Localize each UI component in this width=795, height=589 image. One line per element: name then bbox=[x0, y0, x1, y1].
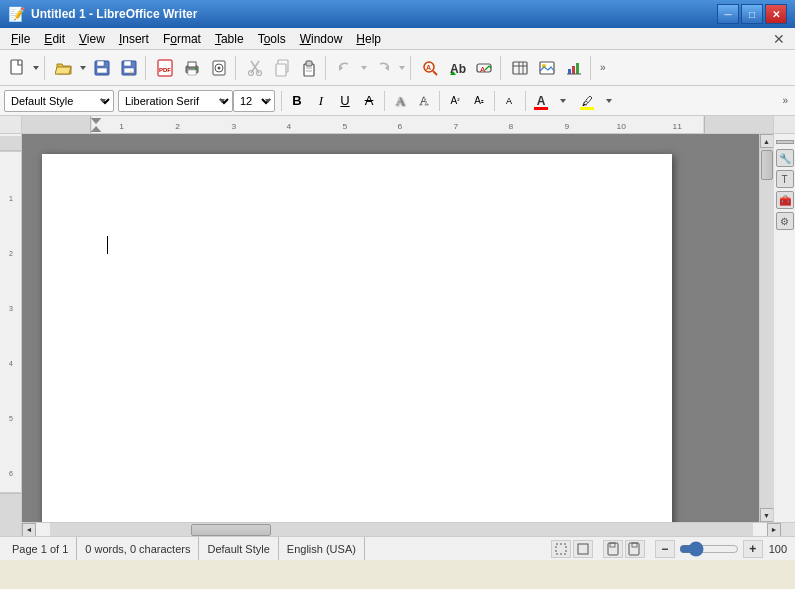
copy-button[interactable] bbox=[269, 55, 295, 81]
maximize-button[interactable]: □ bbox=[741, 4, 763, 24]
scroll-right-button[interactable]: ► bbox=[767, 523, 781, 537]
strikethrough-button[interactable]: A bbox=[358, 90, 380, 112]
split-handle[interactable] bbox=[776, 140, 794, 144]
sidebar-tools-button[interactable]: 🧰 bbox=[776, 191, 794, 209]
zoom-in-button[interactable]: + bbox=[743, 540, 763, 558]
scroll-down-button[interactable]: ▼ bbox=[760, 508, 774, 522]
svg-rect-4 bbox=[97, 61, 104, 66]
selection-mode-button[interactable] bbox=[551, 540, 571, 558]
svg-rect-84 bbox=[578, 544, 588, 554]
svg-rect-39 bbox=[513, 62, 527, 74]
bold-button[interactable]: B bbox=[286, 90, 308, 112]
save-status-button[interactable] bbox=[603, 540, 623, 558]
redo-dropdown[interactable] bbox=[397, 55, 407, 81]
document-page[interactable] bbox=[42, 154, 672, 522]
font-selector[interactable]: Liberation Serif bbox=[118, 90, 233, 112]
scroll-track-v[interactable] bbox=[760, 148, 774, 508]
menu-tools[interactable]: Tools bbox=[251, 30, 293, 48]
scroll-thumb-v[interactable] bbox=[761, 150, 773, 180]
save-button[interactable] bbox=[89, 55, 115, 81]
fmt-more[interactable]: » bbox=[779, 93, 791, 108]
print-preview-button[interactable] bbox=[206, 55, 232, 81]
menu-view[interactable]: View bbox=[72, 30, 112, 48]
svg-rect-83 bbox=[556, 544, 566, 554]
doc-row: ▲ ▼ 🔧 T 🧰 ⚙ bbox=[22, 134, 795, 522]
insert-table-button[interactable] bbox=[507, 55, 533, 81]
outline-button[interactable]: A bbox=[413, 90, 435, 112]
svg-text:5: 5 bbox=[9, 415, 13, 422]
svg-rect-86 bbox=[610, 543, 615, 547]
underline-button[interactable]: U bbox=[334, 90, 356, 112]
new-button[interactable] bbox=[4, 55, 30, 81]
zoom-slider[interactable] bbox=[679, 542, 739, 556]
highlight-button[interactable]: 🖊 bbox=[576, 90, 598, 112]
sidebar-settings-button[interactable]: ⚙ bbox=[776, 212, 794, 230]
print-button[interactable] bbox=[179, 55, 205, 81]
pdf-button[interactable]: PDF bbox=[152, 55, 178, 81]
svg-rect-87 bbox=[629, 543, 639, 555]
font-color-dropdown[interactable] bbox=[552, 90, 574, 112]
scroll-left-button[interactable]: ◄ bbox=[22, 523, 36, 537]
subscript-button[interactable]: A₂ bbox=[468, 90, 490, 112]
page-status: Page 1 of 1 bbox=[4, 537, 77, 560]
menu-table[interactable]: Table bbox=[208, 30, 251, 48]
insert-mode-button[interactable] bbox=[573, 540, 593, 558]
svg-rect-56 bbox=[704, 116, 773, 133]
find-replace-button[interactable]: A bbox=[417, 55, 443, 81]
svg-point-18 bbox=[218, 66, 221, 69]
menubar-close[interactable]: ✕ bbox=[767, 31, 791, 47]
svg-rect-85 bbox=[608, 543, 618, 555]
open-button[interactable] bbox=[51, 55, 77, 81]
svg-text:3: 3 bbox=[231, 122, 236, 131]
fmt-sep-1 bbox=[281, 91, 282, 111]
menu-format[interactable]: Format bbox=[156, 30, 208, 48]
menu-insert[interactable]: Insert bbox=[112, 30, 156, 48]
menu-help[interactable]: Help bbox=[349, 30, 388, 48]
undo-button[interactable] bbox=[332, 55, 358, 81]
shadow-button[interactable]: A bbox=[389, 90, 411, 112]
char-spacing-button[interactable]: A bbox=[499, 90, 521, 112]
svg-rect-74 bbox=[0, 493, 22, 536]
svg-text:3: 3 bbox=[9, 305, 13, 312]
svg-text:7: 7 bbox=[454, 122, 459, 131]
vertical-scrollbar: ▲ ▼ bbox=[759, 134, 773, 522]
font-color-button[interactable]: A bbox=[530, 90, 552, 112]
sidebar-text-button[interactable]: T bbox=[776, 170, 794, 188]
new-dropdown[interactable] bbox=[31, 55, 41, 81]
insert-image-button[interactable] bbox=[534, 55, 560, 81]
menu-bar: File Edit View Insert Format Table Tools… bbox=[0, 28, 795, 50]
scroll-thumb-h[interactable] bbox=[191, 524, 271, 536]
doc-status-button[interactable] bbox=[625, 540, 645, 558]
svg-rect-26 bbox=[306, 61, 312, 66]
fmt-sep-5 bbox=[525, 91, 526, 111]
toolbar-more[interactable]: » bbox=[597, 60, 609, 75]
zoom-out-button[interactable]: − bbox=[655, 540, 675, 558]
insert-chart-button[interactable] bbox=[561, 55, 587, 81]
font-size-selector[interactable]: 12 bbox=[233, 90, 275, 112]
autocorrect-button[interactable]: A bbox=[471, 55, 497, 81]
superscript-button[interactable]: A² bbox=[444, 90, 466, 112]
fmt-sep-4 bbox=[494, 91, 495, 111]
highlight-dropdown[interactable] bbox=[598, 90, 620, 112]
cut-button[interactable] bbox=[242, 55, 268, 81]
italic-button[interactable]: I bbox=[310, 90, 332, 112]
menu-window[interactable]: Window bbox=[293, 30, 350, 48]
sidebar-wrench-button[interactable]: 🔧 bbox=[776, 149, 794, 167]
paste-button[interactable] bbox=[296, 55, 322, 81]
document-viewport[interactable] bbox=[22, 134, 759, 522]
svg-marker-32 bbox=[399, 66, 405, 70]
menu-edit[interactable]: Edit bbox=[37, 30, 72, 48]
scroll-track-h[interactable] bbox=[50, 523, 753, 537]
style-selector[interactable]: Default Style bbox=[4, 90, 114, 112]
toolbar-sep-7 bbox=[590, 56, 594, 80]
ruler-right-corner bbox=[773, 116, 795, 133]
open-dropdown[interactable] bbox=[78, 55, 88, 81]
close-button[interactable]: ✕ bbox=[765, 4, 787, 24]
undo-dropdown[interactable] bbox=[359, 55, 369, 81]
menu-file[interactable]: File bbox=[4, 30, 37, 48]
spelling-button[interactable]: Abc bbox=[444, 55, 470, 81]
save-as-button[interactable]: ! bbox=[116, 55, 142, 81]
scroll-up-button[interactable]: ▲ bbox=[760, 134, 774, 148]
redo-button[interactable] bbox=[370, 55, 396, 81]
minimize-button[interactable]: ─ bbox=[717, 4, 739, 24]
